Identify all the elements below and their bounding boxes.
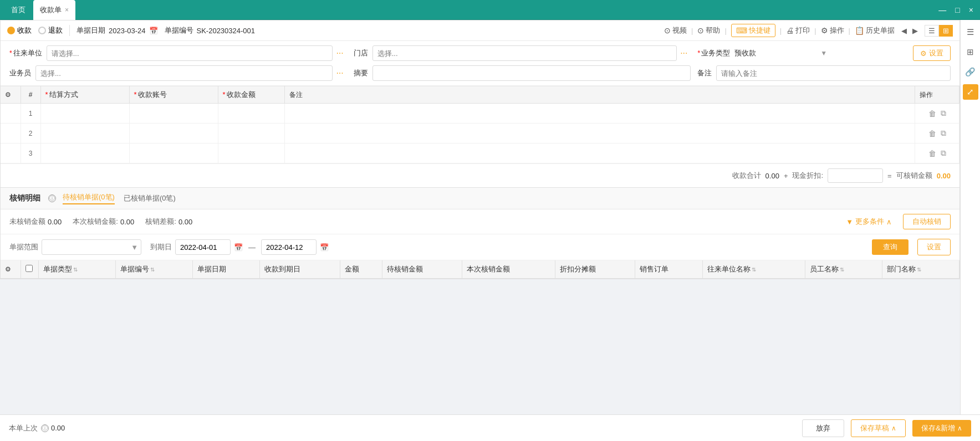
col-settlement-header: *结算方式 [40, 86, 129, 104]
discount-label: 现金折扣: [792, 171, 823, 181]
counterparty-input[interactable] [47, 45, 333, 61]
row-account[interactable] [129, 124, 218, 143]
action-shortcut[interactable]: ⌨ 快捷键 [731, 24, 775, 37]
row-settlement[interactable] [40, 124, 129, 143]
action-help[interactable]: ⊙ 帮助 [697, 25, 720, 35]
row-remark[interactable] [284, 124, 915, 143]
query-btn[interactable]: 查询 [872, 239, 908, 255]
date-start-icon[interactable]: 📅 [234, 243, 243, 252]
sidebar-expand-icon[interactable]: ⤢ [963, 84, 978, 100]
store-input[interactable] [372, 45, 677, 61]
win-max-btn[interactable]: □ [953, 6, 962, 14]
action-print[interactable]: 🖨 打印 [786, 25, 810, 35]
writeoff-info-icon[interactable]: ⓘ [48, 194, 56, 202]
row-delete-btn[interactable]: 🗑 [928, 109, 936, 118]
due-date-start[interactable] [175, 239, 231, 255]
col-account-header: *收款账号 [129, 86, 218, 104]
bt-col-checkbox[interactable] [21, 260, 38, 279]
save-new-arrow[interactable]: ∧ [957, 424, 962, 432]
summary-input[interactable] [372, 65, 691, 81]
bill-no-value[interactable]: SK-20230324-001 [197, 27, 256, 35]
row-amount[interactable] [218, 124, 284, 143]
store-more-icon[interactable]: ··· [677, 48, 691, 58]
row-copy-btn[interactable]: ⧉ [941, 129, 946, 138]
footer-info-icon[interactable]: ⓘ [41, 424, 49, 432]
diff-label: 核销差额: [145, 217, 176, 227]
sidebar-grid-icon[interactable]: ⊞ [963, 44, 978, 60]
win-close-btn[interactable]: × [967, 6, 976, 14]
save-new-btn[interactable]: 保存&新增 ∧ [912, 420, 971, 437]
date-sep: — [246, 243, 258, 252]
nav-home[interactable]: 首页 [4, 0, 32, 20]
row-num: 2 [21, 124, 40, 143]
sidebar-table-icon[interactable]: ☰ [963, 24, 978, 40]
save-draft-arrow[interactable]: ∧ [891, 424, 896, 432]
view-grid-btn[interactable]: ⊞ [939, 25, 953, 37]
sidebar-link-icon[interactable]: 🔗 [963, 64, 978, 80]
nav-tab-close[interactable]: × [65, 0, 69, 20]
sort-counterparty[interactable]: ⇅ [752, 266, 756, 273]
date-end-icon[interactable]: 📅 [320, 243, 329, 252]
row-delete-btn[interactable]: 🗑 [928, 129, 936, 138]
calendar-icon[interactable]: 📅 [149, 27, 158, 35]
range-filter: 单据范围 ▼ [9, 239, 141, 255]
biz-type-arrow[interactable]: ▼ [820, 49, 827, 57]
discard-btn[interactable]: 放弃 [802, 419, 844, 437]
row-settlement[interactable] [40, 143, 129, 163]
sort-bill-type[interactable]: ⇅ [73, 266, 78, 273]
action-operate[interactable]: ⚙ 操作 [821, 25, 844, 35]
row-account[interactable] [129, 143, 218, 163]
radio-tuikuan[interactable]: 退款 [38, 25, 63, 35]
radio-shoukuan[interactable]: 收款 [7, 25, 32, 35]
discount-input[interactable] [828, 168, 883, 183]
view-list-btn[interactable]: ☰ [925, 25, 939, 37]
row-amount[interactable] [218, 104, 284, 124]
staff-more-icon[interactable]: ··· [333, 68, 346, 78]
row-copy-btn[interactable]: ⧉ [941, 148, 946, 158]
action-video[interactable]: ⊙ 视频 [664, 25, 687, 35]
form-settings-btn[interactable]: ⚙ 设置 [913, 45, 951, 61]
save-draft-btn[interactable]: 保存草稿 ∧ [851, 419, 906, 437]
staff-input[interactable] [35, 65, 333, 81]
tab-done[interactable]: 已核销单据(0笔) [124, 193, 176, 203]
sort-employee[interactable]: ⇅ [840, 266, 844, 273]
bt-col-gear[interactable]: ⚙ [1, 260, 21, 279]
bt-col-dept: 部门名称⇅ [882, 260, 959, 279]
row-amount[interactable] [218, 143, 284, 163]
operate-icon: ⚙ [821, 26, 828, 35]
bill-date-label: 单据日期 [76, 25, 105, 35]
row-account[interactable] [129, 104, 218, 124]
sort-bill-no[interactable]: ⇅ [150, 266, 155, 273]
more-conditions-btn[interactable]: ▼ 更多条件 ∧ [846, 217, 892, 227]
due-date-end[interactable] [261, 239, 317, 255]
form-fields: * 往来单位 ··· 门店 ··· * 业务类型 预收款 ▼ ⚙ 设置 [1, 41, 959, 86]
writeoff-title: 核销明细 [9, 193, 40, 203]
nav-next[interactable]: ▶ [910, 25, 920, 36]
counterparty-more-icon[interactable]: ··· [333, 48, 346, 58]
filter-settings-btn[interactable]: 设置 [917, 239, 951, 255]
row-remark[interactable] [284, 143, 915, 163]
auto-writeoff-btn[interactable]: 自动核销 [903, 214, 951, 229]
remark-input[interactable] [716, 65, 951, 81]
form-toolbar: 收款 退款 单据日期 2023-03-24 📅 单据编号 SK-20230324… [1, 20, 959, 41]
bt-col-sales-order: 销售订单 [635, 260, 702, 279]
sort-dept[interactable]: ⇅ [917, 266, 921, 273]
select-all-checkbox[interactable] [25, 265, 33, 272]
store-label: 门店 [354, 48, 368, 58]
bill-date-value[interactable]: 2023-03-24 [109, 27, 146, 35]
row-actions: 🗑 ⧉ [915, 143, 959, 163]
equals-sign: = [887, 172, 892, 180]
action-history[interactable]: 📋 历史单据 [855, 25, 895, 35]
nav-tab-shoukuan[interactable]: 收款单 × [33, 0, 75, 20]
range-select[interactable] [42, 239, 141, 255]
win-min-btn[interactable]: — [936, 6, 948, 14]
row-delete-btn[interactable]: 🗑 [928, 149, 936, 158]
row-copy-btn[interactable]: ⧉ [941, 109, 946, 118]
tab-pending[interactable]: 待核销单据(0笔) [63, 192, 115, 204]
row-remark[interactable] [284, 104, 915, 124]
this-time-stat: 本次核销金额: 0.00 [73, 217, 134, 227]
unchecked-value: 0.00 [48, 218, 62, 226]
row-settlement[interactable] [40, 104, 129, 124]
col-gear[interactable]: ⚙ [1, 86, 21, 104]
nav-prev[interactable]: ◀ [899, 25, 909, 36]
